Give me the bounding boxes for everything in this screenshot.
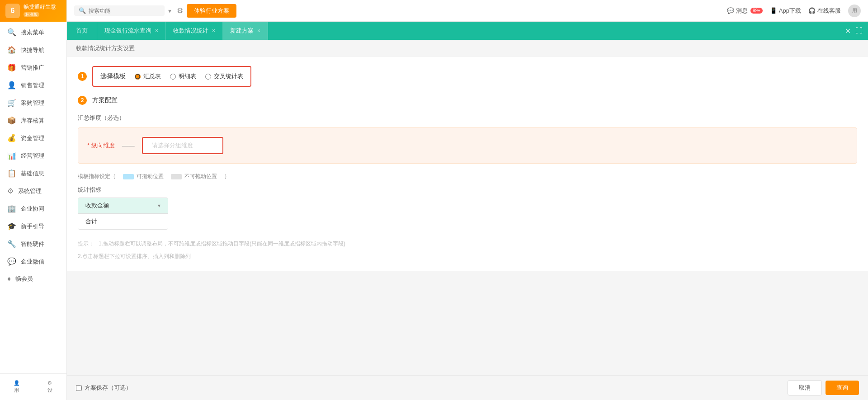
sidebar-item-finance[interactable]: 💰 资金管理 — [0, 129, 66, 147]
sidebar-item-label: 采购管理 — [21, 99, 44, 107]
inventory-icon: 📦 — [7, 116, 16, 125]
sales-icon: 👤 — [7, 81, 16, 89]
download-icon: 📱 — [770, 7, 777, 14]
tab-new-plan-label: 新建方案 — [230, 27, 254, 35]
main-card: 1 选择模板 汇总表 明细表 交叉统 — [67, 57, 868, 271]
template-detail-label: 明细表 — [179, 72, 196, 80]
sidebar-item-inventory[interactable]: 📦 库存核算 — [0, 112, 66, 129]
stat-label: 统计指标 — [78, 186, 857, 194]
template-cross-label: 交叉统计表 — [214, 72, 243, 80]
sidebar-item-basic-info[interactable]: 📋 基础信息 — [0, 165, 66, 182]
sidebar-item-label: 基础信息 — [21, 169, 44, 178]
tab-bank-flow[interactable]: 现金银行流水查询 × — [97, 22, 166, 40]
app-download-item[interactable]: 📱 App下载 — [770, 7, 801, 15]
template-section: 选择模板 汇总表 明细表 交叉统计表 — [92, 66, 251, 87]
sidebar-item-quick-nav[interactable]: 🏠 快捷导航 — [0, 41, 66, 59]
radio-cross[interactable] — [205, 74, 211, 80]
app-download-label: App下载 — [779, 7, 801, 15]
metric-setting-prefix: 模板指标设定（ — [78, 173, 116, 180]
save-checkbox-label[interactable]: 方案保存（可选） — [76, 384, 132, 392]
sidebar-item-member[interactable]: ♦ 畅会员 — [0, 270, 66, 287]
sidebar-item-operations[interactable]: 📊 经营管理 — [0, 147, 66, 165]
sidebar-item-label: 系统管理 — [18, 187, 42, 195]
finance-icon: 💰 — [7, 134, 16, 142]
fixed-dot — [171, 174, 182, 179]
dimension-section-title: 汇总维度（必选） — [78, 114, 857, 122]
tip-title: 提示： 1.拖动标题栏可以调整布局，不可跨维度或指标区域拖动目字段(只能在同一维… — [78, 238, 857, 249]
step1-badge: 1 — [78, 72, 87, 81]
sidebar-footer-user-label: 用 — [14, 387, 19, 394]
hardware-icon: 🔧 — [7, 240, 16, 248]
notification-badge: 99+ — [750, 8, 763, 14]
tab-new-plan-close[interactable]: × — [257, 28, 260, 34]
wechat-icon: 💬 — [7, 257, 16, 266]
template-option-summary[interactable]: 汇总表 — [135, 72, 161, 80]
tip-area: 提示： 1.拖动标题栏可以调整布局，不可跨维度或指标区域拖动目字段(只能在同一维… — [78, 238, 857, 262]
cancel-button[interactable]: 取消 — [788, 380, 822, 395]
industry-plan-button[interactable]: 体验行业方案 — [187, 4, 236, 18]
notification-item[interactable]: 💬 消息 99+ — [727, 7, 763, 15]
sidebar-item-label: 企业微信 — [21, 258, 44, 266]
settings-footer-icon: ⚙ — [47, 380, 52, 386]
sidebar-item-label: 快捷导航 — [21, 46, 44, 54]
radio-detail[interactable] — [170, 74, 176, 80]
content-area: 收款情况统计方案设置 1 选择模板 汇总表 明细表 — [67, 40, 868, 375]
template-option-detail[interactable]: 明细表 — [170, 72, 196, 80]
tip2-text: 2.点击标题栏下拉可设置排序、插入列和删除列 — [78, 251, 857, 262]
metric-table-header: 收款金额 ▾ — [78, 198, 168, 214]
tab-receipt-stat[interactable]: 收款情况统计 × — [166, 22, 223, 40]
sidebar-footer-user[interactable]: 👤 用 — [0, 377, 33, 396]
metric-dropdown-icon[interactable]: ▾ — [158, 202, 160, 209]
online-service-item[interactable]: 🎧 在线客服 — [808, 7, 841, 15]
basic-info-icon: 📋 — [7, 169, 16, 178]
logo-text: 畅捷通好生意 标准版 — [24, 4, 56, 18]
sidebar-item-purchase[interactable]: 🛒 采购管理 — [0, 94, 66, 112]
sidebar-item-system[interactable]: ⚙ 系统管理 — [0, 182, 66, 200]
tab-home[interactable]: 首页 — [67, 22, 97, 40]
search-menu-icon: 🔍 — [7, 28, 16, 37]
tabbar: 首页 现金银行流水查询 × 收款情况统计 × 新建方案 × ✕ ⛶ — [67, 22, 868, 40]
metric-header-text: 收款金额 — [85, 202, 109, 210]
corp-icon: 🏢 — [7, 204, 16, 213]
tab-receipt-stat-close[interactable]: × — [212, 28, 215, 34]
member-icon: ♦ — [7, 275, 11, 283]
step2-badge: 2 — [78, 96, 87, 105]
system-icon: ⚙ — [7, 187, 14, 195]
tab-bank-flow-close[interactable]: × — [155, 28, 158, 34]
logo-icon: 6 — [5, 4, 20, 18]
avatar-text: 用 — [852, 7, 857, 14]
sidebar-item-guide[interactable]: 🎓 新手引导 — [0, 217, 66, 235]
user-avatar[interactable]: 用 — [848, 5, 861, 17]
sidebar-footer-settings[interactable]: ⚙ 设 — [33, 377, 67, 396]
search-input[interactable] — [89, 8, 156, 14]
metric-table: 收款金额 ▾ 合计 — [78, 198, 168, 230]
radio-summary[interactable] — [135, 74, 141, 80]
tab-new-plan[interactable]: 新建方案 × — [223, 22, 268, 40]
user-footer-icon: 👤 — [14, 380, 20, 386]
sidebar-item-sales[interactable]: 👤 销售管理 — [0, 76, 66, 94]
tab-bank-flow-label: 现金银行流水查询 — [104, 27, 151, 35]
tab-expand-icon[interactable]: ⛶ — [855, 27, 863, 35]
sidebar-item-wechat[interactable]: 💬 企业微信 — [0, 253, 66, 270]
sidebar-item-label: 资金管理 — [21, 134, 44, 142]
sidebar-item-label: 营销推广 — [21, 64, 44, 72]
gear-icon[interactable]: ⚙ — [177, 6, 183, 15]
query-button[interactable]: 查询 — [826, 381, 859, 395]
sidebar-item-hardware[interactable]: 🔧 智能硬件 — [0, 235, 66, 253]
sidebar-item-marketing[interactable]: 🎁 营销推广 — [0, 59, 66, 76]
dimension-selector[interactable]: 请选择分组维度 — [142, 137, 223, 154]
sidebar-item-corp[interactable]: 🏢 企业协同 — [0, 200, 66, 217]
page-breadcrumb: 收款情况统计方案设置 — [67, 40, 868, 57]
tab-close-window-icon[interactable]: ✕ — [845, 27, 851, 35]
movable-label: 可拖动位置 — [137, 173, 164, 180]
dimension-row: 纵向维度 —— 请选择分组维度 — [87, 137, 848, 154]
topbar: 🔍 ▾ ⚙ 体验行业方案 💬 消息 99+ 📱 App下载 🎧 在线客服 用 — [67, 0, 868, 22]
sidebar-item-search-menu[interactable]: 🔍 搜索菜单 — [0, 24, 66, 41]
search-dropdown-button[interactable]: ▾ — [168, 7, 171, 14]
tabbar-end: ✕ ⛶ — [840, 22, 868, 40]
template-option-cross[interactable]: 交叉统计表 — [205, 72, 243, 80]
tip1-text: 1.拖动标题栏可以调整布局，不可跨维度或指标区域拖动目字段(只能在同一维度或指标… — [99, 240, 345, 247]
notification-label: 消息 — [736, 7, 748, 15]
save-checkbox-input[interactable] — [76, 385, 82, 391]
vertical-dimension-label: 纵向维度 — [87, 141, 115, 150]
